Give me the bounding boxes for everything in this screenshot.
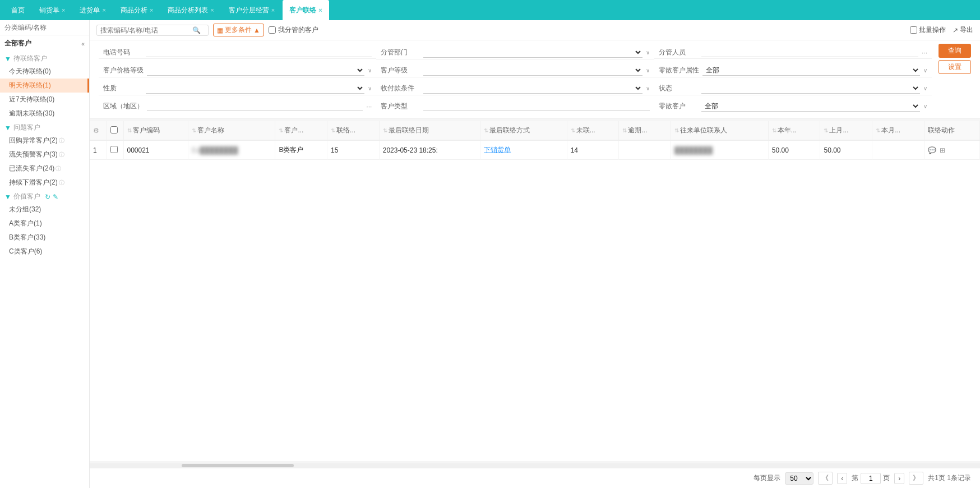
- sidebar-item-c-class[interactable]: C类客户(6): [0, 245, 89, 259]
- info-icon: ⓘ: [59, 137, 64, 145]
- sidebar-item-declining[interactable]: 持续下滑客户(2) ⓘ: [0, 176, 89, 190]
- filter-cell-customer-type: 客户类型: [376, 100, 654, 112]
- batch-op-button[interactable]: 批量操作: [910, 25, 946, 35]
- close-icon[interactable]: ×: [210, 7, 214, 13]
- page-number-input[interactable]: [861, 473, 881, 484]
- th-name: ⇅客户名称: [188, 121, 275, 140]
- status-select[interactable]: [701, 83, 920, 94]
- last-page-button[interactable]: 》: [909, 472, 923, 485]
- close-icon[interactable]: ×: [62, 7, 65, 13]
- nature-select[interactable]: [146, 83, 364, 94]
- search-icon[interactable]: 🔍: [192, 26, 201, 34]
- sidebar-group-pending: ▼ 待联络客户: [0, 52, 89, 65]
- search-input[interactable]: [100, 26, 190, 34]
- close-icon[interactable]: ×: [150, 7, 153, 13]
- sidebar-group-value: ▼ 价值客户 ↻ ✎: [0, 190, 89, 202]
- td-this-month: [872, 140, 924, 160]
- retail-customer-select[interactable]: 全部: [701, 101, 920, 112]
- price-level-select[interactable]: [147, 65, 364, 76]
- row-checkbox[interactable]: [110, 146, 118, 153]
- page-size-select[interactable]: 50 10 20 100: [785, 472, 813, 485]
- manager-input[interactable]: [701, 48, 918, 57]
- sidebar-item-repurchase-abnormal[interactable]: 回购异常客户(2) ⓘ: [0, 133, 89, 148]
- sort-icon: ⇅: [484, 127, 488, 133]
- last-contact-method-link[interactable]: 下销货单: [484, 146, 511, 154]
- th-code: ⇅客户编码: [123, 121, 188, 140]
- nav-purchase[interactable]: 进货单 ×: [73, 0, 112, 20]
- filter-cell-dept: 分管部门 ∨: [376, 46, 654, 59]
- export-button[interactable]: ↗ 导出: [953, 25, 973, 35]
- nav-goods-analysis[interactable]: 商品分析 ×: [114, 0, 160, 20]
- filter-cell-price-level: 客户价格等级 ∨: [99, 64, 376, 77]
- sidebar-item-b-class[interactable]: B类客户(33): [0, 231, 89, 245]
- sidebar-item-churn-warning[interactable]: 流失预警客户(3) ⓘ: [0, 148, 89, 162]
- horizontal-scrollbar[interactable]: [90, 463, 980, 468]
- settings-button[interactable]: 设置: [939, 60, 971, 74]
- sort-icon: ⇅: [279, 127, 283, 133]
- scroll-thumb[interactable]: [182, 464, 294, 467]
- filter-cell-status: 状态 ∨: [654, 82, 932, 95]
- td-this-year: 50.00: [768, 140, 820, 160]
- nav-sales[interactable]: 销货单 ×: [33, 0, 72, 20]
- nav-customer-contact[interactable]: 客户联络 ×: [283, 0, 329, 20]
- filter-row-4: 区域（地区） ··· 客户类型 零散客户 全部: [99, 98, 932, 115]
- sort-icon: ⇅: [674, 127, 679, 133]
- sidebar-item-overdue[interactable]: 逾期未联络(30): [0, 107, 89, 121]
- filter-button[interactable]: ▦ 更多条件 ▲: [213, 24, 264, 36]
- sort-icon: ⇅: [824, 127, 828, 133]
- sidebar-all-customers[interactable]: 全部客户 «: [0, 35, 89, 52]
- region-input[interactable]: [147, 102, 363, 111]
- filter-cell-customer-level: 客户等级 ∨: [376, 64, 654, 77]
- my-customers-check[interactable]: [269, 26, 276, 34]
- sidebar-item-tomorrow[interactable]: 明天待联络(1): [0, 79, 89, 93]
- ellipsis-icon[interactable]: ···: [366, 103, 372, 111]
- sidebar-item-ungroup[interactable]: 未分组(32): [0, 202, 89, 217]
- close-icon[interactable]: ×: [102, 7, 105, 13]
- close-icon[interactable]: ×: [271, 7, 275, 13]
- sort-icon: ⇅: [383, 127, 387, 133]
- th-this-year: ⇅本年...: [768, 121, 820, 140]
- customer-type-input[interactable]: [423, 102, 649, 111]
- toolbar-right: 批量操作 ↗ 导出: [910, 25, 973, 35]
- sidebar-item-today[interactable]: 今天待联络(0): [0, 65, 89, 79]
- my-customers-checkbox[interactable]: 我分管的客户: [269, 25, 318, 35]
- batch-checkbox[interactable]: [910, 26, 917, 34]
- select-all-checkbox[interactable]: [110, 126, 118, 133]
- filter-row-2: 客户价格等级 ∨ 客户等级 ∨: [99, 62, 932, 80]
- nav-home[interactable]: 首页: [4, 0, 31, 20]
- nav-goods-analysis-list[interactable]: 商品分析列表 ×: [161, 0, 220, 20]
- sidebar-search-bar: 🔍: [0, 20, 89, 35]
- query-button[interactable]: 查询: [939, 44, 971, 58]
- dept-select[interactable]: [423, 47, 642, 58]
- sidebar-item-a-class[interactable]: A类客户(1): [0, 217, 89, 231]
- th-uncontacted: ⇅未联...: [567, 121, 619, 140]
- td-last-month: 50.00: [820, 140, 872, 160]
- comment-icon[interactable]: 💬: [928, 146, 936, 154]
- sidebar-item-week7[interactable]: 近7天待联络(0): [0, 93, 89, 107]
- close-icon[interactable]: ×: [318, 7, 322, 13]
- sort-icon: ⇅: [876, 127, 880, 133]
- grid-icon[interactable]: ⊞: [940, 146, 945, 154]
- filter-panel: 电话号码 分管部门 ∨ 分管人员: [90, 40, 980, 119]
- prev-page-button[interactable]: ‹: [837, 473, 847, 484]
- next-page-button[interactable]: ›: [894, 473, 904, 484]
- gear-icon[interactable]: ⚙: [93, 127, 99, 135]
- main-layout: 🔍 全部客户 « ▼ 待联络客户 今天待联络(0) 明天待联络(1) 近7天待联…: [0, 20, 980, 488]
- sidebar-item-churned[interactable]: 已流失客户(24) ⓘ: [0, 162, 89, 176]
- customer-level-select[interactable]: [423, 65, 642, 76]
- chevron-down-icon: ∨: [646, 85, 650, 91]
- payment-select[interactable]: [423, 83, 642, 94]
- nav-customer-tier[interactable]: 客户分层经营 ×: [222, 0, 281, 20]
- customer-table: ⚙ ⇅客户编码 ⇅客户名称 ⇅客户... ⇅联络... ⇅最后联络日期 ⇅最后联…: [90, 121, 980, 160]
- refresh-icon[interactable]: ↻: [45, 193, 50, 201]
- edit-icon[interactable]: ✎: [53, 193, 58, 201]
- ellipsis-icon[interactable]: ···: [922, 49, 927, 57]
- collapse-icon: «: [81, 40, 85, 47]
- retail-attr-select[interactable]: 全部: [702, 65, 920, 76]
- first-page-button[interactable]: 《: [818, 472, 833, 485]
- sort-icon: ⇅: [331, 127, 335, 133]
- filter-cell-phone: 电话号码: [99, 47, 376, 59]
- sidebar-search-input[interactable]: [4, 24, 89, 31]
- sidebar: 🔍 全部客户 « ▼ 待联络客户 今天待联络(0) 明天待联络(1) 近7天待联…: [0, 20, 90, 488]
- phone-input[interactable]: [146, 48, 372, 57]
